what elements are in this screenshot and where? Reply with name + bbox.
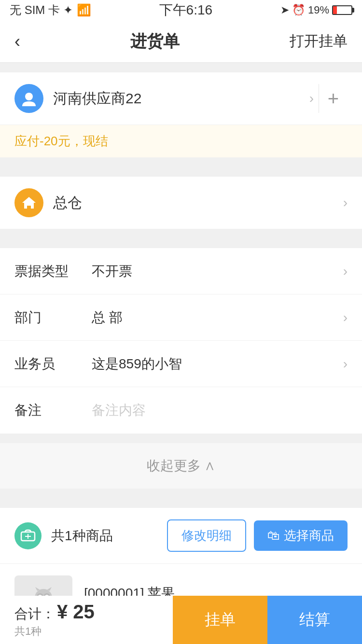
supplier-avatar bbox=[14, 84, 43, 113]
products-icon bbox=[14, 522, 42, 549]
status-bar: 无 SIM 卡 ✦ 📶 下午6:16 ➤ ⏰ 19% bbox=[0, 0, 362, 20]
cart-icon bbox=[20, 529, 36, 543]
divider-3 bbox=[0, 229, 362, 238]
user-icon bbox=[20, 90, 38, 107]
open-hang-button[interactable]: 打开挂单 bbox=[290, 31, 348, 51]
sales-label: 业务员 bbox=[14, 355, 92, 373]
remark-input[interactable]: 备注内容 bbox=[92, 401, 348, 420]
add-supplier-button[interactable]: + bbox=[319, 84, 348, 113]
dept-label: 部门 bbox=[14, 308, 92, 327]
divider-1 bbox=[0, 63, 362, 72]
battery-icon bbox=[332, 5, 352, 15]
invoice-label: 票据类型 bbox=[14, 262, 92, 280]
divider-4 bbox=[0, 489, 362, 498]
checkout-button[interactable]: 结算 bbox=[267, 596, 362, 644]
back-button[interactable]: ‹ bbox=[14, 31, 20, 52]
dept-row[interactable]: 部门 总 部 › bbox=[0, 294, 362, 341]
chevron-right-icon: › bbox=[309, 91, 314, 106]
notice-bar: 应付-20元，现结 bbox=[0, 125, 362, 157]
chevron-right-icon-3: › bbox=[343, 264, 348, 279]
remark-label: 备注 bbox=[14, 401, 92, 420]
house-icon bbox=[21, 195, 37, 210]
modify-detail-button[interactable]: 修改明细 bbox=[167, 519, 246, 552]
alarm-icon: ⏰ bbox=[292, 4, 305, 16]
select-product-button[interactable]: 🛍 选择商品 bbox=[254, 520, 348, 551]
svg-point-0 bbox=[25, 93, 33, 100]
products-count: 共1种商品 bbox=[51, 527, 167, 545]
hang-button[interactable]: 挂单 bbox=[173, 596, 267, 644]
collapse-bar[interactable]: 收起更多 ∧ bbox=[0, 443, 362, 489]
dept-value: 总 部 bbox=[92, 308, 343, 327]
page-title: 进货单 bbox=[130, 30, 180, 53]
status-left: 无 SIM 卡 ✦ 📶 bbox=[10, 2, 91, 18]
invoice-value: 不开票 bbox=[92, 262, 343, 280]
warehouse-row[interactable]: 总仓 › bbox=[0, 177, 362, 229]
select-icon: 🛍 bbox=[267, 528, 280, 543]
chevron-right-icon-2: › bbox=[343, 195, 348, 210]
remark-row[interactable]: 备注 备注内容 bbox=[0, 387, 362, 434]
total-amount: ¥ 25 bbox=[57, 601, 95, 623]
sim-label: 无 SIM 卡 ✦ bbox=[10, 2, 73, 18]
status-time: 下午6:16 bbox=[159, 1, 213, 19]
status-right: ➤ ⏰ 19% bbox=[280, 4, 352, 16]
location-icon: ➤ bbox=[280, 4, 289, 16]
total-sub: 共1种 bbox=[14, 624, 158, 639]
nav-bar: ‹ 进货单 打开挂单 bbox=[0, 20, 362, 63]
products-header: 共1种商品 修改明细 🛍 选择商品 bbox=[0, 508, 362, 564]
total-section: 合计： ¥ 25 共1种 bbox=[0, 596, 173, 644]
warehouse-icon bbox=[14, 188, 43, 217]
form-section: 票据类型 不开票 › 部门 总 部 › 业务员 这是859的小智 › 备注 备注… bbox=[0, 248, 362, 434]
total-label: 合计： bbox=[14, 605, 55, 623]
sales-value: 这是859的小智 bbox=[92, 355, 343, 373]
warehouse-name: 总仓 bbox=[53, 193, 343, 213]
chevron-right-icon-4: › bbox=[343, 310, 348, 325]
wifi-icon: 📶 bbox=[77, 3, 91, 17]
battery-percent: 19% bbox=[308, 4, 329, 16]
divider-2 bbox=[0, 157, 362, 167]
sales-row[interactable]: 业务员 这是859的小智 › bbox=[0, 341, 362, 387]
supplier-row[interactable]: 河南供应商22 › + bbox=[0, 72, 362, 125]
invoice-row[interactable]: 票据类型 不开票 › bbox=[0, 248, 362, 294]
chevron-right-icon-5: › bbox=[343, 356, 348, 372]
supplier-name: 河南供应商22 bbox=[53, 89, 309, 109]
bottom-bar: 合计： ¥ 25 共1种 挂单 结算 bbox=[0, 596, 362, 644]
supplier-card: 河南供应商22 › + 应付-20元，现结 bbox=[0, 72, 362, 157]
